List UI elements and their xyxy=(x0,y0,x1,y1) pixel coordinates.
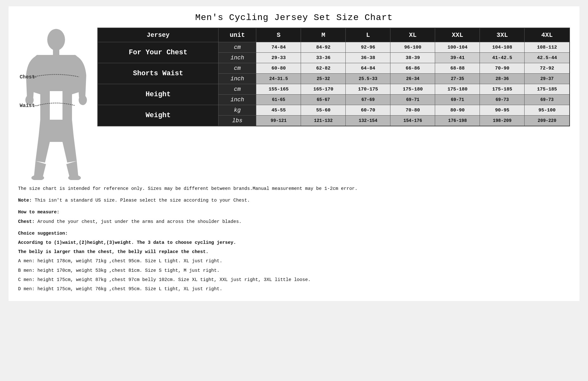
waist-inch-3xl: 28-36 xyxy=(480,74,525,84)
svg-point-3 xyxy=(79,95,87,105)
height-inch-l: 67-69 xyxy=(346,95,390,105)
height-category: Height xyxy=(98,84,219,105)
chest-measure-label: Chest: xyxy=(18,219,35,224)
chest-inch-unit: inch xyxy=(219,53,256,63)
example-d: D men: height 175cm, weight 76kg ,chest … xyxy=(18,285,570,293)
waist-cm-m: 62-82 xyxy=(301,63,346,74)
note-text: This isn't a standard US size. Please se… xyxy=(32,198,250,203)
table-container: Jersey unit S M L XL XXL 3XL 4XL For You… xyxy=(97,28,570,126)
figure-container: Chest Waist xyxy=(18,28,94,180)
weight-kg-4xl: 95-100 xyxy=(525,105,570,116)
svg-rect-1 xyxy=(53,49,59,55)
chest-cm-xl: 96-100 xyxy=(390,42,435,53)
weight-category: Weight xyxy=(98,105,219,126)
weight-lbs-xxl: 176-198 xyxy=(435,116,480,126)
col-header-s: S xyxy=(256,28,301,42)
weight-lbs-l: 132-154 xyxy=(346,116,390,126)
page-title: Men's Cycling Jersey Set Size Chart xyxy=(18,13,570,23)
col-header-jersey: Jersey xyxy=(98,28,219,42)
height-cm-unit: cm xyxy=(219,84,256,95)
chest-inch-xxl: 39-41 xyxy=(435,53,480,63)
weight-kg-s: 45-55 xyxy=(256,105,301,116)
height-inch-xxl: 69-71 xyxy=(435,95,480,105)
height-inch-3xl: 69-73 xyxy=(480,95,525,105)
waist-cm-4xl: 72-92 xyxy=(525,63,570,74)
height-inch-m: 65-67 xyxy=(301,95,346,105)
col-header-4xl: 4XL xyxy=(525,28,570,42)
disclaimer-text: The size chart is intended for reference… xyxy=(18,185,570,192)
waist-inch-m: 25-32 xyxy=(301,74,346,84)
height-inch-xl: 69-71 xyxy=(390,95,435,105)
weight-kg-m: 55-60 xyxy=(301,105,346,116)
content-wrapper: Chest Waist Jersey unit S M xyxy=(18,28,570,180)
weight-lbs-4xl: 209-220 xyxy=(525,116,570,126)
chest-cm-s: 74-84 xyxy=(256,42,301,53)
weight-lbs-m: 121-132 xyxy=(301,116,346,126)
height-cm-row: Height cm 155-165 165-170 170-175 175-18… xyxy=(98,84,570,95)
height-inch-s: 61-65 xyxy=(256,95,301,105)
height-cm-l: 170-175 xyxy=(346,84,390,95)
body-figure: Chest Waist xyxy=(18,28,94,180)
col-header-l: L xyxy=(346,28,390,42)
chest-measure-text: Around the your chest, just under the ar… xyxy=(35,219,242,224)
height-cm-xxl: 175-180 xyxy=(435,84,480,95)
choice-line1: According to (1)waist,(2)height,(3)weigh… xyxy=(18,239,570,246)
note-line: Note: This isn't a standard US size. Ple… xyxy=(18,197,570,204)
how-to-measure-label: How to measure: xyxy=(18,209,570,216)
height-inch-4xl: 69-73 xyxy=(525,95,570,105)
waist-inch-unit: inch xyxy=(219,74,256,84)
weight-lbs-3xl: 198-209 xyxy=(480,116,525,126)
weight-lbs-unit: lbs xyxy=(219,116,256,126)
waist-inch-l: 25.5-33 xyxy=(346,74,390,84)
weight-kg-l: 60-70 xyxy=(346,105,390,116)
note-label: Note: xyxy=(18,198,32,203)
col-header-unit: unit xyxy=(219,28,256,42)
chest-inch-3xl: 41-42.5 xyxy=(480,53,525,63)
waist-inch-xxl: 27-35 xyxy=(435,74,480,84)
weight-kg-row: Weight kg 45-55 55-60 60-70 70-80 80-90 … xyxy=(98,105,570,116)
notes-section: The size chart is intended for reference… xyxy=(18,185,570,293)
table-header-row: Jersey unit S M L XL XXL 3XL 4XL xyxy=(98,28,570,42)
chest-inch-m: 33-36 xyxy=(301,53,346,63)
height-cm-3xl: 175-185 xyxy=(480,84,525,95)
waist-category: Shorts Waist xyxy=(98,63,219,84)
waist-cm-unit: cm xyxy=(219,63,256,74)
waist-inch-xl: 26-34 xyxy=(390,74,435,84)
waist-inch-4xl: 29-37 xyxy=(525,74,570,84)
chest-inch-4xl: 42.5-44 xyxy=(525,53,570,63)
chest-category: For Your Chest xyxy=(98,42,219,63)
choice-line2: The belly is larger than the chest, the … xyxy=(18,248,570,256)
col-header-xxl: XXL xyxy=(435,28,480,42)
waist-cm-xxl: 68-88 xyxy=(435,63,480,74)
chest-cm-4xl: 108-112 xyxy=(525,42,570,53)
example-b: B men: height 170cm, weight 53kg ,chest … xyxy=(18,267,570,274)
waist-cm-3xl: 70-90 xyxy=(480,63,525,74)
col-header-xl: XL xyxy=(390,28,435,42)
waist-cm-s: 60-80 xyxy=(256,63,301,74)
chest-cm-row: For Your Chest cm 74-84 84-92 92-96 96-1… xyxy=(98,42,570,53)
chest-cm-unit: cm xyxy=(219,42,256,53)
chest-inch-l: 36-38 xyxy=(346,53,390,63)
weight-lbs-xl: 154-176 xyxy=(390,116,435,126)
waist-cm-row: Shorts Waist cm 60-80 62-82 64-84 66-86 … xyxy=(98,63,570,74)
weight-kg-xxl: 80-90 xyxy=(435,105,480,116)
height-cm-s: 155-165 xyxy=(256,84,301,95)
waist-inch-s: 24-31.5 xyxy=(256,74,301,84)
example-a: A men: height 178cm, weight 71kg ,chest … xyxy=(18,257,570,265)
col-header-m: M xyxy=(301,28,346,42)
waist-cm-l: 64-84 xyxy=(346,63,390,74)
height-cm-xl: 175-180 xyxy=(390,84,435,95)
page-container: Men's Cycling Jersey Set Size Chart xyxy=(9,6,579,301)
weight-kg-unit: kg xyxy=(219,105,256,116)
chest-inch-s: 29-33 xyxy=(256,53,301,63)
weight-kg-xl: 70-80 xyxy=(390,105,435,116)
chest-label: Chest xyxy=(20,74,35,80)
waist-cm-xl: 66-86 xyxy=(390,63,435,74)
choice-suggestion-label: Choice suggestion: xyxy=(18,230,570,237)
chest-cm-xxl: 100-104 xyxy=(435,42,480,53)
weight-kg-3xl: 90-95 xyxy=(480,105,525,116)
weight-lbs-s: 99-121 xyxy=(256,116,301,126)
example-c: C men: height 175cm, weight 87kg ,chest … xyxy=(18,276,570,284)
svg-point-0 xyxy=(47,29,65,50)
chest-inch-xl: 38-39 xyxy=(390,53,435,63)
